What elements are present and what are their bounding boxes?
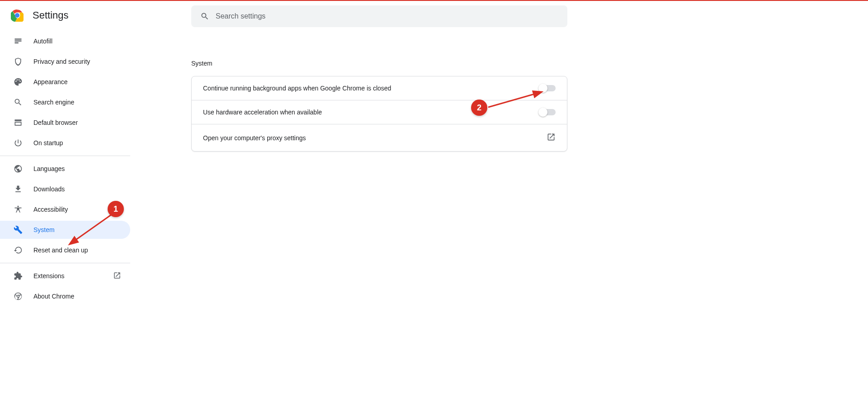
- sidebar-item-on-startup[interactable]: On startup: [0, 134, 130, 152]
- accessibility-icon: [13, 205, 24, 214]
- sidebar-item-label: Privacy and security: [33, 58, 130, 65]
- restore-icon: [13, 246, 24, 255]
- sidebar-item-label: On startup: [33, 139, 130, 147]
- sidebar-item-label: About Chrome: [33, 293, 130, 300]
- page-title: Settings: [33, 9, 69, 21]
- sidebar-item-label: Search engine: [33, 99, 130, 106]
- wrench-icon: [13, 225, 24, 234]
- annotation-arrow-2: [486, 89, 545, 112]
- annotation-badge-2: 2: [471, 100, 487, 116]
- chrome-outline-icon: [13, 292, 24, 301]
- sidebar-item-label: Languages: [33, 165, 130, 172]
- external-link-icon: [547, 133, 556, 143]
- sidebar-item-label: Extensions: [33, 272, 113, 280]
- row-label: Open your computer's proxy settings: [203, 134, 306, 142]
- search-input[interactable]: [216, 12, 558, 20]
- sidebar-item-autofill[interactable]: Autofill: [0, 32, 130, 50]
- sidebar-item-search-engine[interactable]: Search engine: [0, 93, 130, 111]
- sidebar-item-label: Appearance: [33, 78, 130, 85]
- autofill-icon: [13, 37, 24, 46]
- divider: [0, 156, 130, 156]
- svg-line-3: [75, 213, 113, 241]
- row-proxy-settings[interactable]: Open your computer's proxy settings: [192, 124, 567, 151]
- shield-icon: [13, 57, 24, 66]
- power-icon: [13, 138, 24, 147]
- search-container[interactable]: [191, 5, 567, 27]
- annotation-badge-1: 1: [108, 201, 124, 217]
- search-icon: [13, 98, 24, 107]
- chrome-logo-icon: [11, 9, 24, 22]
- external-link-icon: [113, 271, 121, 281]
- settings-card: Continue running background apps when Go…: [191, 76, 567, 152]
- divider: [0, 263, 130, 263]
- download-icon: [13, 185, 24, 194]
- section-title: System: [191, 60, 567, 67]
- sidebar-item-label: Autofill: [33, 38, 130, 45]
- sidebar-item-label: Downloads: [33, 185, 130, 193]
- sidebar-item-languages[interactable]: Languages: [0, 160, 130, 178]
- globe-icon: [13, 164, 24, 173]
- sidebar-item-label: Default browser: [33, 119, 130, 126]
- sidebar-item-downloads[interactable]: Downloads: [0, 180, 130, 198]
- palette-icon: [13, 77, 24, 86]
- browser-icon: [13, 118, 24, 127]
- sidebar: Autofill Privacy and security Appearance…: [0, 32, 130, 305]
- sidebar-item-extensions[interactable]: Extensions: [0, 267, 130, 285]
- svg-line-4: [488, 94, 536, 107]
- sidebar-item-appearance[interactable]: Appearance: [0, 73, 130, 91]
- sidebar-item-default-browser[interactable]: Default browser: [0, 114, 130, 132]
- row-label: Use hardware acceleration when available: [203, 109, 322, 116]
- sidebar-item-about-chrome[interactable]: About Chrome: [0, 287, 130, 305]
- sidebar-item-privacy[interactable]: Privacy and security: [0, 52, 130, 71]
- puzzle-icon: [13, 271, 24, 280]
- row-label: Continue running background apps when Go…: [203, 85, 391, 92]
- header: Settings: [0, 1, 69, 30]
- search-icon: [200, 12, 209, 21]
